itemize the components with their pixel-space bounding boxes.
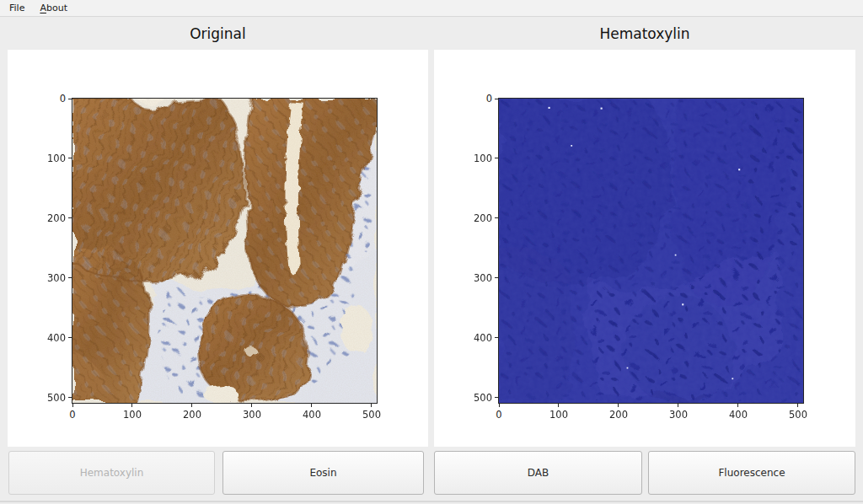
y-tick-label: 200	[455, 212, 492, 225]
y-tick-mark	[495, 397, 498, 398]
y-tick-label: 200	[29, 212, 66, 225]
x-tick-label: 200	[174, 409, 211, 421]
x-tick-label: 400	[293, 409, 330, 421]
x-tick-mark	[311, 404, 312, 407]
x-tick-label: 100	[540, 409, 577, 421]
y-tick-label: 500	[455, 392, 492, 405]
x-tick-mark	[797, 404, 798, 407]
x-tick-label: 100	[114, 409, 151, 421]
app-window: File About Original Hematoxylin	[0, 0, 863, 504]
y-tick-mark	[495, 337, 498, 338]
x-tick-label: 300	[233, 409, 271, 421]
y-tick-mark	[68, 99, 72, 99]
x-tick-mark	[72, 404, 73, 407]
y-tick-label: 500	[29, 392, 66, 405]
x-tick-mark	[131, 404, 132, 407]
dab-button[interactable]: DAB	[434, 451, 642, 495]
x-tick-mark	[618, 404, 619, 407]
y-tick-label: 300	[455, 272, 492, 285]
x-tick-mark	[371, 404, 372, 407]
x-tick-label: 0	[54, 409, 91, 421]
y-tick-mark	[68, 277, 72, 278]
x-tick-mark	[191, 404, 192, 407]
y-tick-mark	[495, 217, 498, 218]
menu-about-initial: A	[40, 3, 46, 13]
menu-about-rest: bout	[46, 3, 67, 13]
x-tick-label: 400	[720, 409, 757, 421]
window-bottom-edge	[0, 501, 863, 502]
hematoxylin-image	[499, 99, 803, 403]
panel-title-original: Original	[8, 25, 428, 42]
y-tick-mark	[68, 217, 72, 218]
y-tick-label: 100	[29, 153, 66, 165]
original-plot: 0 100 200 300 400 500 0 100 200 300 400 …	[72, 98, 378, 404]
x-tick-mark	[251, 404, 252, 407]
x-tick-mark	[678, 404, 678, 407]
menu-bar: File About	[0, 0, 863, 17]
x-tick-mark	[558, 404, 559, 407]
x-tick-mark	[499, 404, 500, 407]
y-tick-label: 0	[455, 93, 492, 105]
y-tick-mark	[495, 277, 498, 278]
y-tick-mark	[68, 397, 72, 398]
x-tick-label: 0	[480, 409, 517, 421]
x-tick-label: 300	[660, 409, 697, 421]
x-tick-label: 200	[600, 409, 637, 421]
menu-file[interactable]: File	[2, 1, 32, 15]
y-tick-label: 300	[29, 272, 66, 285]
y-tick-mark	[495, 99, 498, 99]
hematoxylin-button[interactable]: Hematoxylin	[8, 451, 215, 495]
y-tick-mark	[495, 158, 498, 158]
original-image	[72, 99, 377, 403]
y-tick-label: 100	[455, 153, 492, 165]
x-tick-label: 500	[780, 409, 817, 421]
panel-title-hematoxylin: Hematoxylin	[434, 25, 855, 42]
fluorescence-button[interactable]: Fluorescence	[648, 451, 855, 495]
x-tick-mark	[737, 404, 738, 407]
x-tick-label: 500	[353, 409, 390, 421]
y-tick-label: 0	[29, 93, 66, 105]
y-tick-mark	[68, 158, 72, 158]
y-tick-mark	[68, 337, 72, 338]
eosin-button[interactable]: Eosin	[222, 451, 424, 495]
menu-about[interactable]: About	[32, 1, 75, 15]
y-tick-label: 400	[455, 332, 492, 345]
hematoxylin-plot: 0 100 200 300 400 500 0 100 200 300 400 …	[498, 98, 804, 404]
y-tick-label: 400	[29, 332, 66, 345]
